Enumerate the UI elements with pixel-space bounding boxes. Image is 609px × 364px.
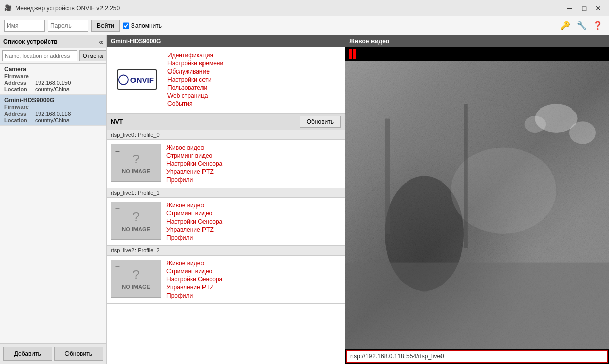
video-feed (345, 61, 609, 349)
sidebar-search: Отмена (0, 48, 106, 64)
device-item[interactable]: Camera Firmware Address 192.168.0.150 Lo… (0, 64, 106, 95)
menu-time-settings[interactable]: Настройки времени (167, 60, 340, 67)
no-image-text: NO IMAGE (122, 226, 150, 232)
profiles-link-2[interactable]: Профили (166, 292, 222, 299)
device-logo: ONVIF (112, 52, 162, 107)
device-menu: Идентификация Настройки времени Обслужив… (162, 52, 340, 107)
device-detail: Firmware Address 192.168.0.150 Location … (4, 73, 102, 92)
pause-icon[interactable] (349, 49, 356, 59)
sidebar-footer: Добавить Обновить (0, 343, 106, 364)
main-layout: Список устройств « Отмена Camera Firmwar… (0, 35, 609, 364)
streaming-link-0[interactable]: Стриминг видео (166, 152, 222, 159)
toolbar-icons: 🔑 🔧 ❓ (558, 19, 605, 33)
menu-network-settings[interactable]: Настройки сети (167, 76, 340, 83)
device-detail: Firmware Address 192.168.0.118 Location … (4, 104, 102, 123)
video-area (345, 61, 609, 349)
streaming-link-1[interactable]: Стриминг видео (166, 210, 222, 217)
live-video-link-1[interactable]: Живое видео (166, 202, 222, 209)
device-name: Camera (4, 66, 102, 73)
login-button[interactable]: Войти (91, 20, 120, 32)
help-icon-button[interactable]: ❓ (591, 19, 605, 33)
login-input[interactable] (4, 20, 45, 32)
window-controls: ─ □ ✕ (563, 2, 605, 15)
device-info-section: ONVIF Идентификация Настройки времени Об… (107, 47, 345, 113)
video-header: Живое видео (345, 35, 609, 47)
live-video-link-0[interactable]: Живое видео (166, 144, 222, 151)
sidebar-title: Список устройств (3, 38, 58, 45)
video-url-input[interactable] (346, 350, 608, 363)
svg-point-7 (525, 116, 546, 133)
menu-events[interactable]: События (167, 100, 340, 107)
profiles-link-0[interactable]: Профили (166, 176, 222, 184)
ptz-control-link-2[interactable]: Управление PTZ (166, 284, 222, 291)
profile-links-1: Живое видео Стриминг видео Настройки Сен… (166, 202, 222, 241)
svg-point-0 (119, 75, 128, 84)
profile-section-0: rtsp_live0: Profile_0 – ? NO IMAGE Живое… (107, 130, 345, 188)
sensor-settings-link-1[interactable]: Настройки Сенсора (166, 218, 222, 225)
profile-header-2: rtsp_live2: Profile_2 (107, 246, 345, 256)
title-bar: 🎥 Менеджер устройств ONVIF v2.2.250 ─ □ … (0, 0, 609, 16)
video-controls (345, 47, 609, 61)
video-bottom-bar (345, 349, 609, 364)
profiles-link-1[interactable]: Профили (166, 234, 222, 241)
app-icon: 🎥 (4, 4, 12, 12)
profile-section-1: rtsp_live1: Profile_1 – ? NO IMAGE Живое… (107, 188, 345, 246)
profile-content-0: – ? NO IMAGE Живое видео Стриминг видео … (107, 140, 345, 188)
profile-links-0: Живое видео Стриминг видео Настройки Сен… (166, 144, 222, 184)
profile-thumbnail-1: – ? NO IMAGE (111, 202, 161, 240)
nvt-header: NVT Обновить (107, 113, 345, 130)
svg-rect-8 (345, 263, 609, 349)
remember-checkbox[interactable] (123, 20, 129, 32)
camera-icon: ? (132, 268, 139, 282)
remember-label: Запомнить (123, 20, 162, 32)
onvif-logo: ONVIF (117, 69, 157, 90)
search-input[interactable] (2, 50, 77, 61)
live-video-link-2[interactable]: Живое видео (166, 260, 222, 267)
profile-thumbnail-0: – ? NO IMAGE (111, 144, 161, 182)
streaming-link-2[interactable]: Стриминг видео (166, 268, 222, 275)
menu-users[interactable]: Пользователи (167, 84, 340, 91)
sensor-settings-link-0[interactable]: Настройки Сенсора (166, 160, 222, 167)
svg-point-6 (569, 121, 596, 144)
add-device-button[interactable]: Добавить (3, 347, 52, 361)
device-item[interactable]: Gmini-HDS9000G Firmware Address 192.168.… (0, 95, 106, 126)
key-icon-button[interactable]: 🔑 (558, 19, 572, 33)
minus-icon: – (115, 147, 120, 156)
nvt-update-button[interactable]: Обновить (300, 116, 341, 128)
ptz-control-link-1[interactable]: Управление PTZ (166, 226, 222, 233)
profile-section-2: rtsp_live2: Profile_2 – ? NO IMAGE Живое… (107, 246, 345, 304)
collapse-icon[interactable]: « (99, 38, 103, 46)
profile-content-1: – ? NO IMAGE Живое видео Стриминг видео … (107, 198, 345, 245)
center-panel: Gmini-HDS9000G ONVIF Идентификация Настр… (107, 35, 345, 364)
camera-icon: ? (132, 152, 139, 166)
settings-icon-button[interactable]: 🔧 (574, 19, 589, 33)
pause-bar-right (353, 49, 356, 59)
no-image-text: NO IMAGE (122, 168, 150, 174)
cancel-search-button[interactable]: Отмена (79, 50, 106, 61)
nvt-label: NVT (111, 118, 123, 125)
camera-icon: ? (132, 210, 139, 224)
maximize-button[interactable]: □ (578, 2, 591, 15)
close-button[interactable]: ✕ (592, 2, 605, 15)
minus-icon: – (115, 262, 120, 271)
minimize-button[interactable]: ─ (563, 2, 577, 15)
sensor-settings-link-2[interactable]: Настройки Сенсора (166, 276, 222, 283)
menu-web-page[interactable]: Web страница (167, 92, 340, 99)
menu-maintenance[interactable]: Обслуживание (167, 68, 340, 75)
sidebar: Список устройств « Отмена Camera Firmwar… (0, 35, 107, 364)
device-list: Camera Firmware Address 192.168.0.150 Lo… (0, 64, 106, 343)
update-devices-button[interactable]: Обновить (54, 347, 104, 361)
password-input[interactable] (48, 20, 88, 32)
profile-header-0: rtsp_live0: Profile_0 (107, 130, 345, 140)
minus-icon: – (115, 204, 120, 213)
profile-thumbnail-2: – ? NO IMAGE (111, 260, 161, 298)
toolbar: Войти Запомнить 🔑 🔧 ❓ (0, 16, 609, 35)
profile-header-1: rtsp_live1: Profile_1 (107, 188, 345, 198)
device-name: Gmini-HDS9000G (4, 97, 102, 104)
profile-content-2: – ? NO IMAGE Живое видео Стриминг видео … (107, 256, 345, 303)
ptz-control-link-0[interactable]: Управление PTZ (166, 168, 222, 175)
profile-links-2: Живое видео Стриминг видео Настройки Сен… (166, 260, 222, 299)
sidebar-header: Список устройств « (0, 35, 106, 48)
no-image-text: NO IMAGE (122, 284, 150, 290)
menu-identification[interactable]: Идентификация (167, 52, 340, 59)
